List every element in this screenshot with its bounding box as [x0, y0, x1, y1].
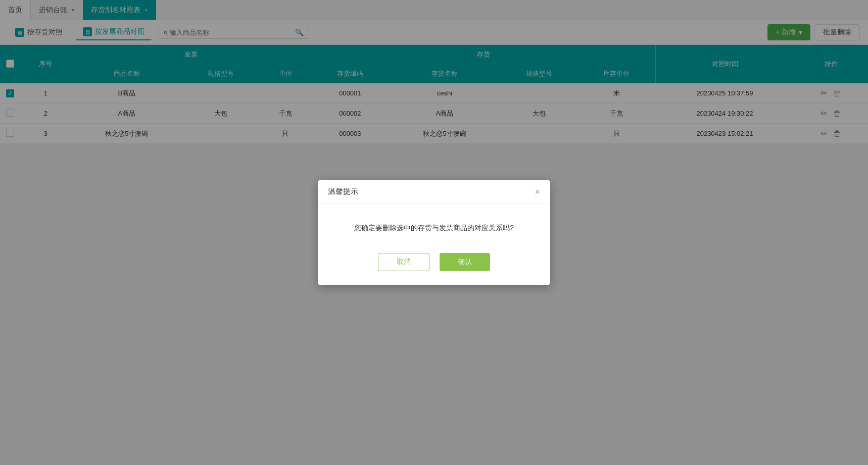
- overlay: 温馨提示 × 您确定要删除选中的存货与发票商品的对应关系吗? 取消 确认: [0, 0, 868, 144]
